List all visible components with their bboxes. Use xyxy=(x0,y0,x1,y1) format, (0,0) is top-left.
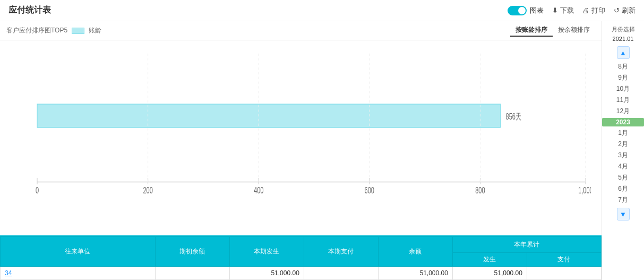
legend-box-label: 账龄 xyxy=(89,26,101,35)
table-container: 往来单位 期初余额 本期发生 本期支付 余额 本年累计 发生 支付 xyxy=(0,236,602,280)
download-label: 下载 xyxy=(560,6,574,15)
col-ytd: 本年累计 xyxy=(452,237,601,253)
sort-by-balance-button[interactable]: 按余额排序 xyxy=(553,24,595,37)
legend-box xyxy=(72,28,84,34)
svg-text:400: 400 xyxy=(254,185,264,196)
col-ytd-occur: 发生 xyxy=(452,253,527,267)
sort-buttons: 按账龄排序 按余额排序 xyxy=(510,24,595,37)
chart-toolbar: 客户应付排序图TOP5 账龄 按账龄排序 按余额排序 xyxy=(0,21,602,40)
svg-text:600: 600 xyxy=(365,185,375,196)
svg-text:856天: 856天 xyxy=(506,112,522,122)
month-1[interactable]: 1月 xyxy=(602,128,644,139)
month-3[interactable]: 3月 xyxy=(602,150,644,161)
svg-text:200: 200 xyxy=(143,185,153,196)
col-opening: 期初余额 xyxy=(155,237,229,267)
svg-text:1,000: 1,000 xyxy=(578,185,591,196)
refresh-button[interactable]: ↺ 刷新 xyxy=(614,6,636,15)
header-actions: 图表 ⬇ 下载 🖨 打印 ↺ 刷新 xyxy=(508,6,636,15)
year-2023-label: 2023 xyxy=(602,118,644,126)
refresh-icon: ↺ xyxy=(614,6,620,14)
chart-legend: 客户应付排序图TOP5 账龄 xyxy=(6,26,101,35)
legend-text: 客户应付排序图TOP5 xyxy=(6,26,67,35)
table-header-row1: 往来单位 期初余额 本期发生 本期支付 余额 本年累计 xyxy=(1,237,602,253)
month-4[interactable]: 4月 xyxy=(602,161,644,172)
month-7[interactable]: 7月 xyxy=(602,194,644,206)
cell-ytd-pay xyxy=(527,267,601,280)
print-label: 打印 xyxy=(591,6,605,15)
sort-by-age-button[interactable]: 按账龄排序 xyxy=(510,24,553,37)
month-11[interactable]: 11月 xyxy=(602,95,644,106)
chart-wrapper: 34 856天 0 200 400 600 xyxy=(0,40,602,235)
month-2[interactable]: 2月 xyxy=(602,139,644,150)
cell-unit: 34 xyxy=(1,267,156,280)
table-section: 往来单位 期初余额 本期发生 本期支付 余额 本年累计 发生 支付 xyxy=(0,235,602,280)
sidebar-title: 月份选择 xyxy=(612,26,635,33)
cell-opening xyxy=(155,267,229,280)
chart-toggle-group[interactable]: 图表 xyxy=(508,6,544,15)
page-header: 应付统计表 图表 ⬇ 下载 🖨 打印 ↺ 刷新 xyxy=(0,0,644,21)
chart-toggle[interactable] xyxy=(508,6,527,15)
chart-svg: 34 856天 0 200 400 600 xyxy=(32,46,591,225)
month-12[interactable]: 12月 xyxy=(602,106,644,117)
svg-rect-1 xyxy=(37,104,500,128)
print-icon: 🖨 xyxy=(582,6,589,14)
svg-text:800: 800 xyxy=(475,185,485,196)
col-incoming: 往来单位 xyxy=(1,237,156,267)
main-content: 客户应付排序图TOP5 账龄 按账龄排序 按余额排序 34 856天 xyxy=(0,21,644,280)
cell-current-occur: 51,000.00 xyxy=(229,267,304,280)
download-icon: ⬇ xyxy=(552,6,558,14)
sidebar: 月份选择 2021.01 ▲ 8月 9月 10月 11月 12月 2023 1月… xyxy=(602,21,644,280)
refresh-label: 刷新 xyxy=(622,6,636,15)
sidebar-up-button[interactable]: ▲ xyxy=(617,46,630,59)
month-6[interactable]: 6月 xyxy=(602,183,644,194)
sidebar-down-button[interactable]: ▼ xyxy=(617,208,630,220)
toggle-label: 图表 xyxy=(530,6,544,15)
col-ytd-pay: 支付 xyxy=(527,253,601,267)
col-current-pay: 本期支付 xyxy=(304,237,378,267)
print-button[interactable]: 🖨 打印 xyxy=(582,6,605,15)
month-8[interactable]: 8月 xyxy=(602,61,644,72)
cell-current-pay xyxy=(304,267,378,280)
data-table: 往来单位 期初余额 本期发生 本期支付 余额 本年累计 发生 支付 xyxy=(0,236,602,280)
month-5[interactable]: 5月 xyxy=(602,172,644,183)
chart-section: 客户应付排序图TOP5 账龄 按账龄排序 按余额排序 34 856天 xyxy=(0,21,602,280)
col-balance: 余额 xyxy=(378,237,452,267)
unit-link[interactable]: 34 xyxy=(5,269,12,277)
cell-ytd-occur: 51,000.00 xyxy=(452,267,527,280)
month-10[interactable]: 10月 xyxy=(602,83,644,95)
svg-text:0: 0 xyxy=(36,185,39,196)
col-current-occur: 本期发生 xyxy=(229,237,304,267)
cell-balance: 51,000.00 xyxy=(378,267,452,280)
month-9[interactable]: 9月 xyxy=(602,72,644,83)
page-title: 应付统计表 xyxy=(8,5,51,16)
table-row: 34 51,000.00 51,000.00 51,000.00 xyxy=(1,267,602,280)
sidebar-date: 2021.01 xyxy=(613,36,634,42)
download-button[interactable]: ⬇ 下载 xyxy=(552,6,574,15)
